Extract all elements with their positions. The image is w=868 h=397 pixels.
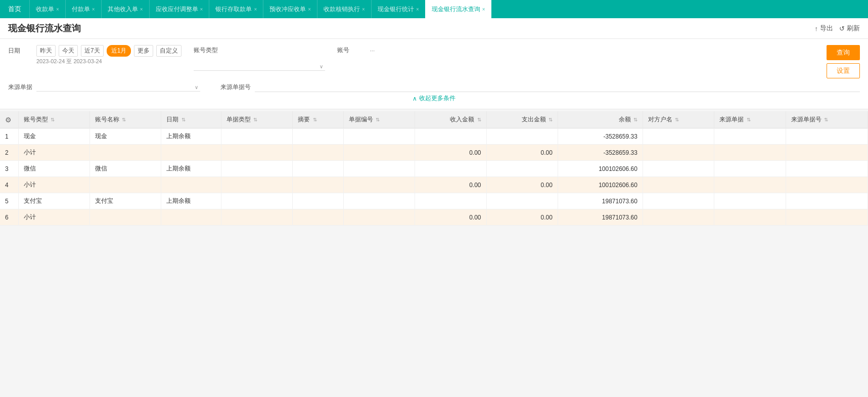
export-icon: ↑ [815, 25, 818, 32]
date-btn-yesterday[interactable]: 昨天 [36, 45, 56, 57]
td-row-no: 5 [0, 193, 18, 209]
td-summary [293, 193, 343, 209]
sort-icon: ⇅ [313, 117, 317, 122]
td-expense [486, 193, 558, 209]
th-counterparty[interactable]: 对方户名 ⇅ [643, 111, 714, 128]
close-icon[interactable]: × [482, 7, 485, 12]
th-source-doc-no[interactable]: 来源单据号 ⇅ [786, 111, 867, 128]
page-header: 现金银行流水查询 ↑ 导出 ↺ 刷新 [0, 18, 868, 39]
table-row: 6小计0.000.0019871073.60 [0, 209, 868, 226]
td-account-name: 支付宝 [89, 193, 161, 209]
main-table: ⚙ 账号类型 ⇅ 账号名称 ⇅ 日期 ⇅ 单据类型 ⇅ [0, 111, 868, 226]
sort-icon: ⇅ [633, 117, 637, 122]
td-date [161, 209, 221, 226]
td-date [161, 177, 221, 193]
nav-tab-prepayment[interactable]: 预收冲应收单 × [263, 0, 317, 18]
account-type-select[interactable]: ∨ [194, 63, 325, 71]
account-ellipsis-btn[interactable]: ··· [370, 47, 375, 54]
nav-tab-bank-deposit[interactable]: 银行存取款单 × [209, 0, 263, 18]
nav-tab-receipt-verify[interactable]: 收款核销执行 × [317, 0, 371, 18]
top-navigation: 首页 收款单 × 付款单 × 其他收入单 × 应收应付调整单 × 银行存取款单 … [0, 0, 868, 18]
td-source-doc [714, 177, 786, 193]
close-icon[interactable]: × [416, 7, 419, 12]
sort-icon: ⇅ [824, 117, 828, 122]
export-button[interactable]: ↑ 导出 [815, 24, 834, 33]
query-button[interactable]: 查询 [827, 45, 860, 60]
collapse-button[interactable]: ∧ 收起更多条件 [413, 94, 455, 103]
td-balance: -3528659.33 [558, 145, 643, 161]
sort-icon: ⇅ [549, 117, 553, 122]
td-source-doc-no [786, 145, 867, 161]
settings-button[interactable]: 设置 [827, 63, 860, 78]
refresh-button[interactable]: ↺ 刷新 [839, 24, 860, 33]
source-doc-select[interactable]: ∨ [36, 83, 200, 92]
account-label: 账号 [337, 46, 357, 55]
td-source-doc [714, 128, 786, 145]
nav-tab-payments[interactable]: 付款单 × [65, 0, 101, 18]
td-source-doc-no [786, 177, 867, 193]
nav-tab-cash-stats[interactable]: 现金银行统计 × [371, 0, 425, 18]
td-counterparty [643, 193, 714, 209]
source-doc-num-label: 来源单据号 [220, 83, 251, 92]
table-row: 1现金现金上期余额-3528659.33 [0, 128, 868, 145]
date-btn-more[interactable]: 更多 [134, 45, 153, 57]
td-source-doc-no [786, 161, 867, 177]
nav-home[interactable]: 首页 [0, 0, 29, 18]
table-area: ⚙ 账号类型 ⇅ 账号名称 ⇅ 日期 ⇅ 单据类型 ⇅ [0, 111, 868, 226]
td-row-no: 2 [0, 145, 18, 161]
collapse-row: ∧ 收起更多条件 [8, 94, 860, 103]
nav-tab-other-income[interactable]: 其他收入单 × [101, 0, 149, 18]
nav-tab-receipts[interactable]: 收款单 × [29, 0, 65, 18]
td-summary [293, 209, 343, 226]
td-doc-type [221, 128, 292, 145]
date-btn-custom[interactable]: 自定义 [156, 45, 181, 57]
th-account-name[interactable]: 账号名称 ⇅ [89, 111, 161, 128]
close-icon[interactable]: × [308, 7, 311, 12]
th-date[interactable]: 日期 ⇅ [161, 111, 221, 128]
date-btn-today[interactable]: 今天 [59, 45, 78, 57]
td-balance: 100102606.60 [558, 161, 643, 177]
td-counterparty [643, 128, 714, 145]
td-doc-no [343, 193, 415, 209]
th-balance[interactable]: 余额 ⇅ [558, 111, 643, 128]
close-icon[interactable]: × [92, 7, 95, 12]
date-btn-7days[interactable]: 近7天 [81, 45, 104, 57]
gear-icon[interactable]: ⚙ [5, 116, 12, 124]
td-expense: 0.00 [486, 145, 558, 161]
close-icon[interactable]: × [254, 7, 257, 12]
date-range-display: 2023-02-24 至 2023-03-24 [36, 58, 102, 65]
td-balance: -3528659.33 [558, 128, 643, 145]
td-account-type: 小计 [18, 145, 89, 161]
close-icon[interactable]: × [200, 7, 203, 12]
th-doc-no[interactable]: 单据编号 ⇅ [343, 111, 415, 128]
th-expense[interactable]: 支出金额 ⇅ [486, 111, 558, 128]
nav-tab-cash-flow[interactable]: 现金银行流水查询 × [425, 0, 491, 18]
td-balance: 100102606.60 [558, 177, 643, 193]
close-icon[interactable]: × [362, 7, 365, 12]
td-source-doc [714, 161, 786, 177]
th-summary[interactable]: 摘要 ⇅ [293, 111, 343, 128]
close-icon[interactable]: × [140, 7, 143, 12]
td-source-doc-no [786, 128, 867, 145]
nav-tab-ap-ar-adjust[interactable]: 应收应付调整单 × [149, 0, 209, 18]
th-doc-type[interactable]: 单据类型 ⇅ [221, 111, 292, 128]
date-filter-label: 日期 [8, 47, 28, 55]
td-summary [293, 128, 343, 145]
th-source-doc[interactable]: 来源单据 ⇅ [714, 111, 786, 128]
close-icon[interactable]: × [56, 7, 59, 12]
date-btn-1month[interactable]: 近1月 [107, 45, 131, 57]
sort-icon: ⇅ [376, 117, 380, 122]
td-income: 0.00 [415, 145, 486, 161]
source-doc-label: 来源单据 [8, 83, 32, 92]
td-source-doc-no [786, 209, 867, 226]
th-income[interactable]: 收入金额 ⇅ [415, 111, 486, 128]
td-account-type: 现金 [18, 128, 89, 145]
td-income: 0.00 [415, 209, 486, 226]
source-doc-num-input[interactable] [255, 82, 860, 92]
th-account-type[interactable]: 账号类型 ⇅ [18, 111, 89, 128]
sort-icon: ⇅ [181, 117, 186, 122]
td-row-no: 6 [0, 209, 18, 226]
table-row: 4小计0.000.00100102606.60 [0, 177, 868, 193]
account-type-label: 账号类型 [194, 46, 218, 55]
td-income [415, 161, 486, 177]
